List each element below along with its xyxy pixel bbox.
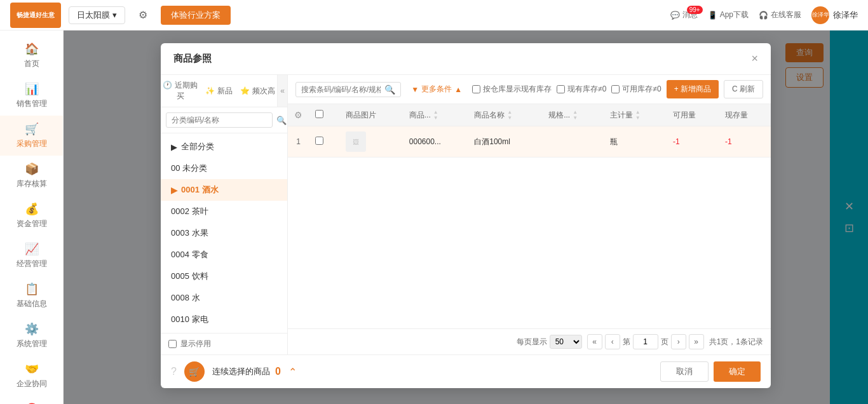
basic-info-icon: 📋 [25, 282, 39, 296]
usable-stock-filter[interactable]: 可用库存≠0 [611, 84, 661, 95]
sort-icons-name: ▲▼ [507, 109, 512, 121]
page-number-input[interactable] [633, 334, 658, 349]
more-filter-button[interactable]: ▼ 更多条件 ▲ [406, 81, 467, 97]
category-item-beverage[interactable]: 0005 饮料 [161, 266, 287, 287]
row-select-checkbox[interactable] [315, 137, 323, 145]
warehouse-stock-filter[interactable]: 按仓库显示现有库存 [472, 84, 552, 95]
category-item-tea[interactable]: 0002 茶叶 [161, 201, 287, 222]
filter-collapse-icon: ▲ [454, 85, 462, 94]
next-page-button[interactable]: › [671, 334, 686, 349]
sidebar-label: 首页 [24, 58, 39, 69]
enterprise-icon: 🤝 [25, 362, 39, 376]
trial-button[interactable]: 体验行业方案 [161, 6, 231, 25]
prev-page-button[interactable]: ‹ [605, 334, 620, 349]
sales-icon: 📊 [25, 82, 39, 96]
confirm-button[interactable]: 确定 [714, 361, 761, 382]
table-toolbar: 🔍 ▼ 更多条件 ▲ 按仓库显示现有库存 [288, 75, 771, 104]
product-search-box[interactable]: 🔍 [295, 82, 401, 97]
th-name[interactable]: 商品名称 ▲▼ [468, 104, 542, 126]
th-checkbox [309, 104, 339, 126]
product-thumbnail: 🖼 [346, 131, 366, 152]
modal-header: 商品参照 × [161, 43, 771, 75]
cart-button[interactable]: 🛒 [184, 361, 205, 382]
category-collapse-button[interactable]: « [277, 75, 287, 107]
warehouse-stock-checkbox[interactable] [472, 85, 480, 93]
usable-stock-checkbox[interactable] [611, 85, 620, 93]
continuous-select-label: 连续选择的商品 0 [212, 366, 281, 377]
category-item-alcohol[interactable]: ▶ 0001 酒水 [161, 179, 287, 201]
table-row[interactable]: 1 🖼 [288, 126, 771, 158]
inventory-icon: 📦 [25, 162, 39, 176]
show-disabled-input[interactable] [168, 340, 177, 348]
category-item-unclassified[interactable]: 00 未分类 [161, 158, 287, 179]
row-checkbox[interactable] [309, 126, 339, 158]
add-product-button[interactable]: + 新增商品 [667, 80, 719, 98]
modal-title: 商品参照 [173, 53, 212, 65]
sidebar-item-home[interactable]: 🏠 首页 [0, 36, 63, 76]
sidebar-item-enterprise[interactable]: 🤝 企业协同 [0, 356, 63, 396]
th-code[interactable]: 商品... ▲▼ [403, 104, 468, 126]
page-suffix: 页 [661, 337, 668, 347]
search-icon[interactable]: 🔍 [276, 116, 287, 125]
tab-recent[interactable]: 🕐 近期购买 [161, 75, 200, 107]
page-size-selector[interactable]: 每页显示 50 10 20 100 [517, 335, 582, 349]
purchase-icon: 🛒 [25, 122, 39, 136]
category-item-all[interactable]: ▶ 全部分类 [161, 136, 287, 158]
category-tabs: 🕐 近期购买 ✨ 新品 ⭐ 频次高 « [161, 75, 287, 107]
headset-icon: 🎧 [759, 11, 768, 20]
sidebar-item-purchase[interactable]: 🛒 采购管理 [0, 116, 63, 156]
sidebar-item-basic-info[interactable]: 📋 基础信息 [0, 276, 63, 316]
active-arrow-icon: ▶ [171, 185, 177, 195]
available-stock-checkbox[interactable] [557, 85, 565, 93]
sort-icons-code: ▲▼ [433, 109, 438, 121]
category-item-snack[interactable]: 0004 零食 [161, 244, 287, 266]
chevron-down-icon: ▾ [112, 10, 117, 20]
app-download-button[interactable]: 📱 App下载 [708, 10, 749, 20]
th-available: 可用量 [667, 104, 719, 126]
first-page-button[interactable]: « [587, 334, 602, 349]
product-search-input[interactable] [301, 85, 381, 94]
message-badge: 99+ [687, 6, 703, 14]
column-settings-icon[interactable]: ⚙ [294, 110, 302, 120]
store-dropdown[interactable]: 日太阳膜 ▾ [69, 6, 125, 24]
row-available: -1 [667, 126, 719, 158]
modal-close-button[interactable]: × [751, 52, 758, 65]
last-page-button[interactable]: » [689, 334, 704, 349]
user-menu[interactable]: 徐泽华 徐泽华 [811, 6, 858, 24]
th-unit[interactable]: 主计量 ▲▼ [604, 104, 667, 126]
page-size-select[interactable]: 50 10 20 100 [550, 335, 582, 349]
settings-icon[interactable]: ⚙ [133, 5, 153, 25]
category-item-fruit[interactable]: 0003 水果 [161, 222, 287, 244]
category-item-water[interactable]: 0008 水 [161, 287, 287, 309]
sidebar-label: 资金管理 [17, 219, 47, 229]
sort-icons-spec: ▲▼ [573, 109, 578, 121]
topbar-right: 💬 消息 99+ 📱 App下载 🎧 在线客服 徐泽华 徐泽华 [670, 6, 858, 24]
sidebar-item-inventory[interactable]: 📦 库存核算 [0, 156, 63, 196]
tab-frequent[interactable]: ⭐ 频次高 [238, 75, 277, 107]
show-disabled-checkbox[interactable]: 显示停用 [168, 339, 280, 349]
refresh-button[interactable]: C 刷新 [724, 80, 763, 98]
select-all-checkbox[interactable] [315, 110, 323, 118]
sidebar-item-sales[interactable]: 📊 销售管理 [0, 76, 63, 116]
messages-button[interactable]: 💬 消息 99+ [670, 10, 698, 20]
sidebar-item-operations[interactable]: 📈 经营管理 [0, 236, 63, 276]
online-service-button[interactable]: 🎧 在线客服 [759, 10, 801, 20]
footer-collapse-button[interactable]: ⌃ [288, 366, 297, 378]
tab-new[interactable]: ✨ 新品 [200, 75, 238, 107]
search-submit-icon[interactable]: 🔍 [384, 84, 395, 95]
help-icon[interactable]: ? [171, 366, 177, 377]
category-search-input[interactable] [166, 112, 273, 128]
th-spec[interactable]: 规格... ▲▼ [542, 104, 603, 126]
recent-icon: 🕐 [163, 81, 172, 90]
cancel-button[interactable]: 取消 [660, 361, 709, 382]
sort-icons-unit: ▲▼ [635, 109, 641, 121]
available-stock-filter[interactable]: 现有库存≠0 [557, 84, 606, 95]
cart-icon: 🛒 [189, 367, 200, 377]
sidebar-item-system[interactable]: ⚙️ 系统管理 [0, 316, 63, 356]
operations-icon: 📈 [25, 242, 39, 256]
category-search: 🔍 [161, 107, 287, 133]
category-item-electronics[interactable]: 0010 家电 [161, 309, 287, 330]
product-table: ⚙ 商品图片 [288, 104, 771, 158]
sidebar-item-guide[interactable]: 🎯 新手引导 [0, 396, 63, 404]
sidebar-item-finance[interactable]: 💰 资金管理 [0, 196, 63, 236]
